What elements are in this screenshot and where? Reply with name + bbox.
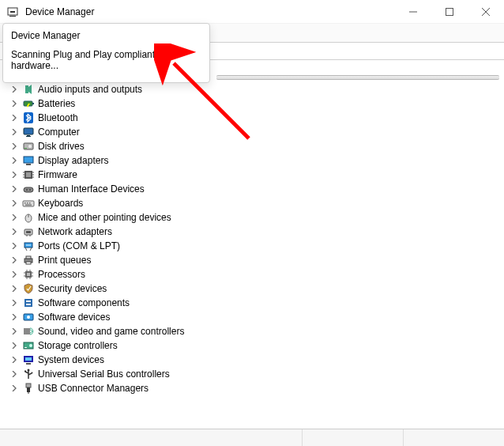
chevron-right-icon[interactable] (9, 327, 19, 336)
tree-item-processors[interactable]: Processors (5, 267, 499, 282)
speaker-icon (22, 83, 35, 96)
tree-item-label: Ports (COM & LPT) (38, 240, 120, 251)
tree-item-label: Security devices (38, 283, 107, 294)
tree-item-batteries[interactable]: Batteries (5, 96, 499, 111)
minimize-button[interactable] (395, 0, 431, 23)
tree-item-keyboards[interactable]: Keyboards (5, 196, 499, 210)
chevron-right-icon[interactable] (9, 284, 19, 293)
chevron-right-icon[interactable] (9, 156, 19, 165)
disk-icon (22, 140, 35, 153)
tree-item-swcomp[interactable]: Software components (5, 296, 499, 310)
tree-item-sound[interactable]: Sound, video and game controllers (5, 324, 499, 338)
chevron-right-icon[interactable] (9, 312, 19, 322)
tree-item-label: USB Connector Managers (38, 383, 149, 394)
tree-item-swdev[interactable]: Software devices (5, 310, 499, 324)
device-tree[interactable]: Audio inputs and outputsBatteriesBluetoo… (5, 82, 499, 424)
app-icon (6, 6, 19, 18)
tree-item-storage[interactable]: Storage controllers (5, 338, 499, 353)
bluetooth-icon (22, 112, 35, 124)
status-cell (0, 429, 302, 446)
status-cell (403, 429, 504, 446)
tree-item-label: Bluetooth (38, 112, 78, 123)
tree-item-label: Batteries (38, 98, 75, 109)
chip-icon (22, 168, 35, 181)
tree-item-netadapters[interactable]: Network adapters (5, 225, 499, 239)
popup-title: Device Manager (11, 30, 201, 41)
column-separator (216, 75, 499, 80)
tree-item-computer[interactable]: Computer (5, 125, 499, 139)
chevron-right-icon[interactable] (9, 85, 19, 94)
tree-item-label: Storage controllers (38, 340, 118, 351)
scanning-popup: Device Manager Scanning Plug and Play co… (2, 23, 210, 83)
tree-item-usb[interactable]: Universal Serial Bus controllers (5, 367, 499, 381)
chevron-right-icon[interactable] (9, 355, 19, 365)
tree-item-usbconn[interactable]: USB Connector Managers (5, 381, 499, 395)
chevron-right-icon[interactable] (9, 142, 19, 151)
tree-item-ports[interactable]: Ports (COM & LPT) (5, 239, 499, 253)
tree-item-audio[interactable]: Audio inputs and outputs (5, 82, 499, 96)
chevron-right-icon[interactable] (9, 99, 19, 108)
chevron-right-icon[interactable] (9, 369, 19, 379)
chevron-right-icon[interactable] (9, 184, 19, 194)
storage-icon (22, 339, 35, 352)
cpu-icon (22, 268, 35, 281)
swdev-icon (22, 311, 35, 323)
chevron-right-icon[interactable] (9, 341, 19, 350)
chevron-right-icon[interactable] (9, 113, 19, 123)
tree-item-disk[interactable]: Disk drives (5, 139, 499, 153)
keyboard-icon (22, 197, 35, 210)
usb-icon (22, 368, 35, 380)
tree-item-bluetooth[interactable]: Bluetooth (5, 111, 499, 125)
tree-item-display[interactable]: Display adapters (5, 153, 499, 168)
svg-rect-4 (446, 8, 453, 15)
close-button[interactable] (468, 0, 504, 23)
chevron-right-icon[interactable] (9, 227, 19, 236)
titlebar: Device Manager (0, 0, 504, 24)
display-icon (22, 154, 35, 167)
status-bar (0, 429, 504, 446)
tree-item-label: Human Interface Devices (38, 183, 145, 195)
chevron-right-icon[interactable] (9, 127, 19, 137)
tree-item-label: Audio inputs and outputs (38, 84, 142, 95)
chevron-right-icon[interactable] (9, 241, 19, 251)
chevron-right-icon[interactable] (9, 255, 19, 265)
svg-rect-1 (10, 11, 15, 13)
tree-item-label: Disk drives (38, 141, 85, 152)
system-icon (22, 353, 35, 366)
tree-item-label: Firmware (38, 169, 77, 180)
tree-item-label: Display adapters (38, 155, 108, 166)
chevron-right-icon[interactable] (9, 298, 19, 308)
tree-item-label: Keyboards (38, 198, 83, 209)
chevron-right-icon[interactable] (9, 198, 19, 208)
tree-item-label: Universal Serial Bus controllers (38, 369, 170, 380)
tree-item-label: Network adapters (38, 226, 112, 237)
chevron-right-icon[interactable] (9, 170, 19, 180)
maximize-button[interactable] (431, 0, 468, 23)
swcomp-icon (22, 297, 35, 309)
tree-item-label: System devices (38, 354, 104, 365)
tree-item-label: Software components (38, 297, 130, 308)
tree-item-label: Mice and other pointing devices (38, 212, 171, 223)
tree-item-label: Print queues (38, 255, 91, 266)
mouse-icon (22, 211, 35, 224)
chevron-right-icon[interactable] (9, 213, 19, 222)
tree-item-label: Processors (38, 269, 85, 280)
tree-item-firmware[interactable]: Firmware (5, 168, 499, 182)
hid-icon (22, 183, 35, 195)
chevron-right-icon[interactable] (9, 384, 19, 393)
network-icon (22, 225, 35, 238)
monitor-icon (22, 126, 35, 138)
battery-icon (22, 97, 35, 110)
tree-item-mice[interactable]: Mice and other pointing devices (5, 210, 499, 225)
popup-message: Scanning Plug and Play compliant hardwar… (11, 49, 201, 71)
chevron-right-icon[interactable] (9, 270, 19, 279)
tree-item-label: Computer (38, 127, 80, 138)
port-icon (22, 240, 35, 252)
status-cell (302, 429, 403, 446)
tree-item-system[interactable]: System devices (5, 353, 499, 367)
tree-item-printq[interactable]: Print queues (5, 253, 499, 267)
tree-item-security[interactable]: Security devices (5, 282, 499, 296)
soundcard-icon (22, 325, 35, 338)
tree-item-hid[interactable]: Human Interface Devices (5, 182, 499, 196)
svg-rect-2 (9, 16, 16, 17)
